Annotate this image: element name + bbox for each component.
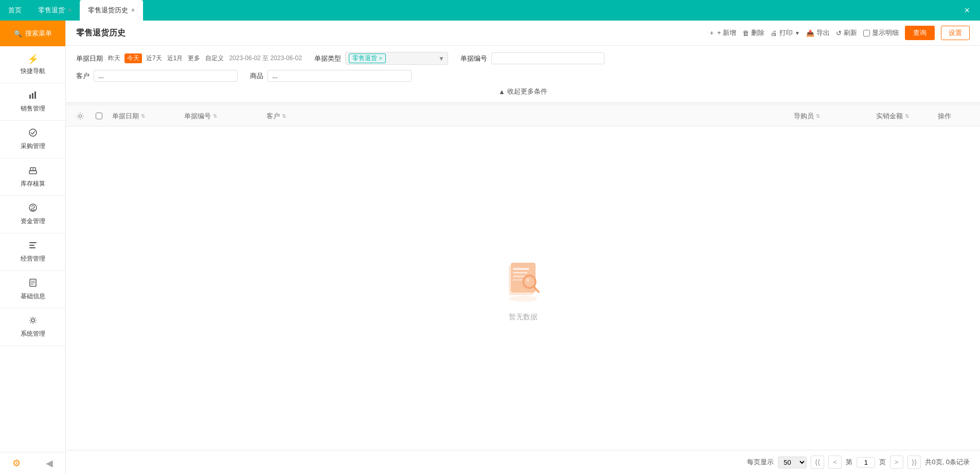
th-action-label: 操作	[938, 112, 951, 121]
th-num[interactable]: 单据编号 ⇅	[180, 112, 262, 121]
th-customer[interactable]: 客户 ⇅	[262, 112, 790, 121]
date-7days[interactable]: 近7天	[145, 53, 163, 63]
delete-btn[interactable]: 🗑 删除	[742, 28, 764, 38]
page-next-btn[interactable]: ＞	[890, 455, 903, 469]
quick-nav-icon: ⚡	[27, 53, 39, 65]
tab-retail-return-history-close[interactable]: ×	[131, 7, 135, 14]
display-mingxi-checkbox[interactable]	[863, 30, 870, 37]
svg-rect-2	[34, 92, 36, 99]
date-shortcuts: 昨天 今天 近7天 近1月 更多 自定义	[107, 53, 225, 63]
new-btn[interactable]: ＋ + 新增	[708, 28, 736, 38]
main-content: 零售退货历史 ＋ + 新增 🗑 删除 🖨 打印 ▼ 📤 导出	[66, 21, 980, 474]
sidebar-search[interactable]: 🔍 搜索菜单	[0, 21, 65, 46]
empty-text: 暂无数据	[509, 313, 538, 322]
date-yesterday[interactable]: 昨天	[107, 53, 121, 63]
finance-mgmt-icon	[28, 203, 38, 215]
th-guide-sort-icon: ⇅	[816, 113, 820, 119]
print-icon: 🖨	[771, 29, 777, 37]
sidebar-item-quick-nav[interactable]: ⚡ 快捷导航	[0, 46, 65, 83]
collapse-btn[interactable]: ▲ 收起更多条件	[498, 87, 547, 96]
sidebar-item-inventory[interactable]: 库存核算	[0, 158, 65, 196]
sidebar-item-sales-mgmt[interactable]: 销售管理	[0, 83, 65, 121]
sidebar-item-basic-info[interactable]: 基础信息	[0, 271, 65, 308]
th-guide[interactable]: 导购员 ⇅	[790, 112, 872, 121]
page-last-btn[interactable]: ⟩⟩	[907, 455, 921, 469]
sidebar-item-system-label: 系统管理	[21, 330, 45, 338]
svg-rect-17	[513, 272, 527, 274]
th-amount[interactable]: 实销金额 ⇅	[872, 112, 934, 121]
svg-rect-1	[32, 93, 33, 99]
sidebar-item-system-mgmt[interactable]: 系统管理	[0, 308, 65, 346]
tab-retail-return-label: 零售退货	[38, 6, 65, 15]
page-size-label: 每页显示	[747, 458, 774, 467]
sidebar-item-purchase-mgmt[interactable]: 采购管理	[0, 121, 65, 158]
goods-filter: 商品	[250, 70, 412, 82]
doc-type-dropdown-icon[interactable]: ▼	[438, 55, 444, 62]
collapse-icon: ▲	[498, 88, 505, 96]
print-dropdown-icon: ▼	[795, 30, 800, 36]
goods-input[interactable]	[268, 70, 412, 82]
sidebar-item-operation-label: 经营管理	[21, 254, 45, 263]
export-icon: 📤	[806, 29, 814, 37]
date-custom[interactable]: 自定义	[204, 53, 225, 63]
header-actions: ＋ + 新增 🗑 删除 🖨 打印 ▼ 📤 导出 ↺	[708, 26, 970, 40]
sidebar-item-operation-mgmt[interactable]: 经营管理	[0, 233, 65, 271]
date-today[interactable]: 今天	[124, 53, 142, 63]
tab-retail-return-close[interactable]: ×	[68, 7, 72, 14]
refresh-btn[interactable]: ↺ 刷新	[836, 28, 857, 38]
select-all-checkbox[interactable]	[96, 113, 102, 119]
sidebar-search-label: 搜索菜单	[25, 29, 52, 38]
date-1month[interactable]: 近1月	[166, 53, 184, 63]
top-nav-right: ×	[960, 3, 980, 18]
th-customer-label: 客户	[266, 112, 280, 121]
pagination: 每页显示 50 20 100 ⟨⟨ ＜ 第 页 ＞ ⟩⟩ 共0页, 0条记录	[66, 450, 980, 474]
page-num-input[interactable]	[857, 457, 875, 468]
table-header: 单据日期 ⇅ 单据编号 ⇅ 客户 ⇅ 导购员 ⇅ 实销金额 ⇅	[66, 106, 980, 126]
close-window-btn[interactable]: ×	[960, 3, 974, 18]
sidebar-item-quick-nav-label: 快捷导航	[21, 67, 45, 76]
svg-rect-8	[29, 245, 34, 246]
sidebar: 🔍 搜索菜单 ⚡ 快捷导航 销售管理 采购管理 库存核算	[0, 21, 66, 474]
th-date-sort-icon: ⇅	[141, 113, 145, 119]
display-mingxi[interactable]: 显示明细	[863, 28, 899, 38]
sidebar-bottom: ⚙ ◀	[0, 452, 65, 474]
tab-retail-return-history[interactable]: 零售退货历史 ×	[80, 0, 143, 21]
th-checkbox[interactable]	[90, 113, 108, 119]
empty-state-icon	[497, 255, 549, 306]
filter-row-2: 客户 商品	[76, 70, 970, 82]
system-mgmt-icon	[28, 316, 38, 327]
svg-rect-16	[513, 268, 529, 270]
query-button[interactable]: 查询	[905, 26, 935, 40]
delete-icon: 🗑	[742, 29, 749, 37]
export-btn[interactable]: 📤 导出	[806, 28, 830, 38]
tab-home[interactable]: 首页	[0, 0, 30, 21]
doc-num-input[interactable]	[491, 52, 604, 64]
doc-type-select[interactable]: 零售退货 × ▼	[345, 52, 448, 65]
th-settings[interactable]	[71, 112, 90, 120]
customer-input[interactable]	[94, 70, 238, 82]
page-prev-btn[interactable]: ＜	[828, 455, 842, 469]
page-first-btn[interactable]: ⟨⟨	[811, 455, 824, 469]
tab-retail-return[interactable]: 零售退货 ×	[30, 0, 80, 21]
date-filter: 单据日期 昨天 今天 近7天 近1月 更多 自定义 2023-06-02 至 2…	[76, 53, 302, 63]
sidebar-item-finance-mgmt[interactable]: 资金管理	[0, 196, 65, 233]
print-label: 打印	[779, 28, 793, 38]
doc-num-label: 单据编号	[460, 54, 487, 63]
doc-type-tag-close[interactable]: ×	[379, 56, 382, 61]
delete-label: 删除	[751, 28, 764, 38]
svg-rect-4	[29, 171, 37, 174]
sidebar-settings-icon[interactable]: ⚙	[12, 458, 21, 469]
setting-button[interactable]: 设置	[941, 26, 970, 40]
svg-rect-0	[29, 95, 31, 99]
print-btn[interactable]: 🖨 打印 ▼	[771, 28, 800, 38]
new-icon: ＋	[708, 28, 715, 38]
sidebar-collapse-icon[interactable]: ◀	[46, 458, 53, 469]
doc-type-tag: 零售退货 ×	[349, 53, 386, 63]
operation-mgmt-icon	[28, 241, 38, 252]
sidebar-item-inventory-label: 库存核算	[21, 179, 45, 188]
th-date[interactable]: 单据日期 ⇅	[108, 112, 180, 121]
goods-label: 商品	[250, 71, 263, 81]
date-more[interactable]: 更多	[187, 53, 201, 63]
page-size-select[interactable]: 50 20 100	[778, 457, 807, 468]
date-range-value: 2023-06-02 至 2023-06-02	[229, 54, 301, 63]
